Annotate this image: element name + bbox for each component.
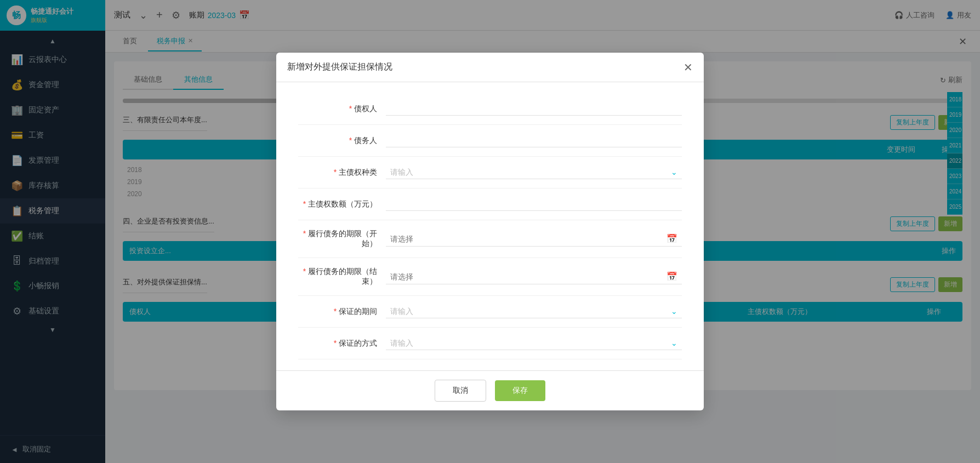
modal-footer: 取消 保存 [276, 370, 704, 410]
modal-body: * 债权人 * 债务人 * 主债权种类 [276, 82, 704, 370]
form-row-creditor: * 债权人 [298, 93, 682, 125]
select-wrapper-guarantee-period: ⌄ [386, 305, 682, 318]
modal-header: 新增对外提供保证担保情况 ✕ [276, 53, 704, 82]
form-label-debt-type: * 主债权种类 [298, 168, 386, 178]
form-row-guarantee-period: * 保证的期间 ⌄ [298, 296, 682, 328]
label-text-period-start: 履行债务的期限（开始） [308, 229, 377, 248]
form-row-debt-type: * 主债权种类 ⌄ [298, 157, 682, 188]
calendar-start-icon[interactable]: 📅 [666, 233, 677, 244]
label-text-guarantee-period: 保证的期间 [339, 307, 377, 316]
label-text-guarantee-method: 保证的方式 [339, 339, 377, 347]
save-button[interactable]: 保存 [495, 380, 545, 401]
form-label-creditor: * 债权人 [298, 104, 386, 114]
label-text-creditor: 债权人 [354, 104, 377, 113]
input-debt-amount[interactable] [386, 197, 682, 211]
input-debtor[interactable] [386, 134, 682, 147]
label-text-debt-type: 主债权种类 [339, 168, 377, 176]
date-wrapper-start: 📅 [386, 231, 682, 247]
form-row-guarantee-method: * 保证的方式 ⌄ [298, 328, 682, 359]
required-marker-3: * [334, 168, 337, 176]
form-row-debtor: * 债务人 [298, 125, 682, 157]
form-label-guarantee-method: * 保证的方式 [298, 339, 386, 348]
required-marker-4: * [303, 199, 306, 208]
form-label-guarantee-period: * 保证的期间 [298, 307, 386, 317]
calendar-end-icon[interactable]: 📅 [666, 271, 677, 282]
form-label-period-start: * 履行债务的期限（开始） [298, 229, 386, 249]
form-row-period-start: * 履行债务的期限（开始） 📅 [298, 220, 682, 258]
required-marker-2: * [349, 136, 352, 145]
cancel-button[interactable]: 取消 [435, 380, 486, 402]
select-wrapper-guarantee-method: ⌄ [386, 336, 682, 350]
label-text-period-end: 履行债务的期限（结束） [308, 267, 377, 285]
form-row-debt-amount: * 主债权数额（万元） [298, 188, 682, 220]
chevron-guarantee-period[interactable]: ⌄ [671, 307, 677, 316]
select-input-guarantee-period[interactable] [390, 307, 671, 316]
form-row-period-end: * 履行债务的期限（结束） 📅 [298, 258, 682, 296]
label-text-debtor: 债务人 [354, 136, 377, 145]
required-marker-6: * [303, 267, 306, 276]
modal-close-button[interactable]: ✕ [683, 62, 693, 73]
select-input-guarantee-method[interactable] [390, 339, 671, 347]
required-marker: * [349, 104, 352, 113]
date-input-start[interactable] [390, 235, 666, 243]
input-creditor[interactable] [386, 102, 682, 116]
date-input-end[interactable] [390, 272, 666, 281]
chevron-guarantee-method[interactable]: ⌄ [671, 339, 677, 347]
form-label-period-end: * 履行债务的期限（结束） [298, 267, 386, 287]
select-input-debt-type[interactable] [390, 168, 671, 176]
form-label-debt-amount: * 主债权数额（万元） [298, 199, 386, 209]
date-wrapper-end: 📅 [386, 269, 682, 284]
chevron-debt-type[interactable]: ⌄ [671, 168, 677, 176]
select-wrapper-debt-type: ⌄ [386, 165, 682, 179]
modal-overlay: 新增对外提供保证担保情况 ✕ * 债权人 * 债务人 [0, 0, 980, 463]
required-marker-5: * [303, 229, 306, 238]
modal-title: 新增对外提供保证担保情况 [287, 61, 392, 73]
required-marker-8: * [334, 339, 337, 347]
label-text-debt-amount: 主债权数额（万元） [308, 199, 377, 208]
required-marker-7: * [334, 307, 337, 316]
modal: 新增对外提供保证担保情况 ✕ * 债权人 * 债务人 [276, 53, 704, 410]
form-label-debtor: * 债务人 [298, 136, 386, 146]
